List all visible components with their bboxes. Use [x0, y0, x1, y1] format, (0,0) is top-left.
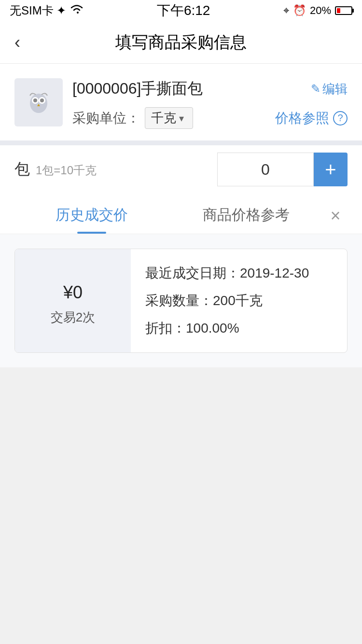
main-background [0, 367, 362, 644]
purchase-quantity-label: 采购数量： [145, 293, 213, 308]
quantity-input-area: + [217, 153, 348, 186]
tab-history-price[interactable]: 历史成交价 [14, 194, 169, 234]
separator-1 [0, 140, 362, 145]
alarm-icon: ⏰ [293, 4, 306, 17]
nav-bar: ‹ 填写商品采购信息 [0, 21, 362, 64]
tabs-close-button[interactable]: × [323, 204, 348, 228]
product-owl-logo [24, 88, 53, 117]
discount-label: 折扣： [145, 321, 186, 336]
tabs-header: 历史成交价 商品价格参考 × [0, 194, 362, 234]
unit-row: 采购单位： 千克 ▾ 价格参照 ? [72, 107, 348, 129]
status-time: 下午6:12 [157, 1, 210, 20]
unit-select-value: 千克 [151, 110, 176, 126]
unit-label-text: 采购单位： [72, 109, 140, 127]
quantity-label-area: 包 1包=10千克 [14, 159, 97, 180]
status-right-area: ⌖ ⏰ 20% [283, 4, 352, 17]
edit-label: 编辑 [322, 81, 348, 98]
edit-button[interactable]: ✎ 编辑 [311, 81, 348, 98]
no-sim-label: 无SIM卡 ✦ [10, 3, 66, 18]
chevron-down-icon: ▾ [179, 112, 184, 124]
product-info: [0000006]手撕面包 ✎ 编辑 采购单位： 千克 ▾ 价格参照 [72, 78, 348, 129]
purchase-quantity-value: 200千克 [213, 293, 263, 308]
history-price-value: ¥0 [63, 275, 83, 304]
product-name-row: [0000006]手撕面包 ✎ 编辑 [72, 78, 348, 99]
tab-product-price-ref[interactable]: 商品价格参考 [169, 194, 323, 234]
price-reference-button[interactable]: 价格参照 ? [275, 109, 348, 127]
tab-history-label: 历史成交价 [56, 207, 128, 223]
product-card: [0000006]手撕面包 ✎ 编辑 采购单位： 千克 ▾ 价格参照 [0, 64, 362, 140]
location-icon: ⌖ [283, 4, 289, 17]
purchase-quantity-row: 采购数量：200千克 [145, 291, 333, 310]
tabs-panel: 历史成交价 商品价格参考 × ¥0 交易2次 最近成交日期：2019-12-30… [0, 194, 362, 367]
help-icon: ? [333, 111, 348, 126]
svg-point-3 [33, 98, 37, 102]
quantity-conversion-label: 1包=10千克 [36, 163, 97, 178]
svg-point-4 [40, 98, 44, 102]
discount-row: 折扣：100.00% [145, 319, 333, 337]
discount-value: 100.00% [186, 321, 239, 336]
history-content: ¥0 交易2次 最近成交日期：2019-12-30 采购数量：200千克 折扣：… [0, 234, 362, 367]
recent-date-label: 最近成交日期： [145, 266, 240, 280]
history-price-area: ¥0 交易2次 [15, 249, 131, 352]
back-button[interactable]: ‹ [10, 28, 25, 57]
status-carrier: 无SIM卡 ✦ [10, 3, 84, 18]
unit-select-dropdown[interactable]: 千克 ▾ [145, 107, 193, 129]
svg-point-0 [30, 94, 47, 113]
battery-icon [335, 6, 352, 15]
product-top-row: [0000006]手撕面包 ✎ 编辑 采购单位： 千克 ▾ 价格参照 [14, 78, 348, 129]
quantity-plus-button[interactable]: + [314, 153, 348, 186]
unit-label-area: 采购单位： 千克 ▾ [72, 107, 193, 129]
product-name: [0000006]手撕面包 [72, 78, 203, 99]
history-details-area: 最近成交日期：2019-12-30 采购数量：200千克 折扣：100.00% [131, 249, 347, 352]
quantity-row: 包 1包=10千克 + [0, 145, 362, 194]
status-bar: 无SIM卡 ✦ 下午6:12 ⌖ ⏰ 20% [0, 0, 362, 21]
page-title: 填写商品采购信息 [115, 31, 247, 54]
recent-date-value: 2019-12-30 [240, 266, 309, 280]
product-thumbnail [14, 78, 63, 126]
price-number: 0 [73, 282, 83, 302]
currency-symbol: ¥ [63, 282, 73, 302]
edit-icon: ✎ [311, 82, 320, 96]
history-trades-label: 交易2次 [51, 309, 95, 326]
tab-product-price-label: 商品价格参考 [203, 207, 290, 223]
battery-percent: 20% [310, 4, 331, 17]
quantity-unit-label: 包 [14, 159, 30, 180]
wifi-icon [70, 4, 84, 17]
history-card: ¥0 交易2次 最近成交日期：2019-12-30 采购数量：200千克 折扣：… [14, 249, 348, 353]
quantity-input[interactable] [217, 153, 314, 186]
price-ref-label: 价格参照 [275, 109, 329, 127]
recent-date-row: 最近成交日期：2019-12-30 [145, 264, 333, 282]
